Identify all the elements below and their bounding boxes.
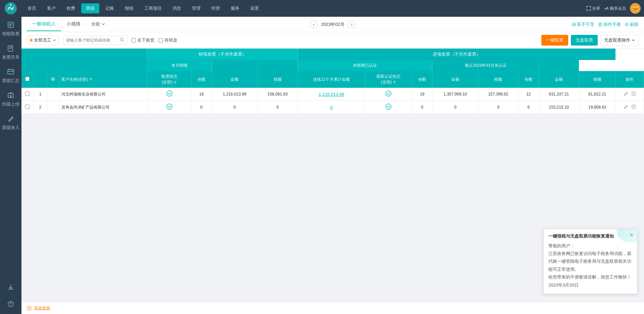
customer-filter-icon[interactable] bbox=[89, 78, 93, 81]
svg-point-16 bbox=[386, 104, 391, 109]
sidebar: 智能取票 发票开具 票据汇总 扫描上传 票据录入 bbox=[0, 0, 21, 314]
refresh-btn[interactable]: 刷新 bbox=[625, 21, 639, 27]
nav-billing[interactable]: 收费 bbox=[62, 3, 80, 13]
popup-close-btn[interactable]: ✕ bbox=[629, 232, 634, 238]
fetch-status-filter-icon[interactable] bbox=[173, 81, 177, 84]
nav-invoice[interactable]: 票据 bbox=[81, 3, 99, 13]
col-cert-tax: 税额 bbox=[478, 71, 518, 88]
row-12month[interactable]: 1,216,013.99 bbox=[298, 88, 365, 101]
nav-settings[interactable]: 设置 bbox=[246, 3, 264, 13]
row-checkbox[interactable] bbox=[25, 91, 30, 96]
nav-items: 首页 客户 收费 票据 记账 报税 工商项目 消息 管理 经营 服务 设置 bbox=[21, 3, 586, 13]
nav-message[interactable]: 消息 bbox=[168, 3, 186, 13]
user-avatar[interactable]: 🐱 bbox=[630, 3, 641, 14]
sidebar-download-btn[interactable] bbox=[4, 280, 17, 294]
settings-icon[interactable] bbox=[51, 77, 55, 81]
row-fetch-status bbox=[147, 101, 191, 114]
new-guide-btn[interactable]: 新手引导 bbox=[572, 21, 594, 27]
footer-bar: 税务政策 bbox=[21, 302, 644, 314]
nav-tax[interactable]: 报税 bbox=[120, 3, 138, 13]
manual-btn[interactable]: 操作手册 bbox=[598, 21, 621, 27]
col-cert-status: 获取认证状态(全部) bbox=[365, 71, 412, 88]
sidebar-item-invoice-entry[interactable]: 票据录入 bbox=[0, 111, 21, 134]
cert-status-filter-icon[interactable] bbox=[393, 81, 396, 84]
svg-point-11 bbox=[52, 78, 54, 80]
nav-customer[interactable]: 客户 bbox=[42, 3, 60, 13]
nav-home[interactable]: 首页 bbox=[23, 3, 41, 13]
search-button[interactable] bbox=[120, 38, 124, 43]
tax-policy-link[interactable]: 税务政策 bbox=[34, 305, 50, 311]
row-edit-btn[interactable] bbox=[623, 91, 630, 97]
check-my-accounts[interactable]: 名下账套 bbox=[131, 37, 155, 43]
period-prev-btn[interactable]: ‹ bbox=[310, 20, 318, 28]
row-cert-amount: 0 bbox=[432, 101, 478, 114]
nav-accounting[interactable]: 记账 bbox=[101, 3, 119, 13]
fullscreen-btn[interactable]: 全屏 bbox=[586, 6, 600, 11]
nav-service[interactable]: 服务 bbox=[226, 3, 244, 13]
employee-dropdown-icon bbox=[53, 39, 56, 42]
col-fetch-status: 取票状态(全部) bbox=[147, 71, 191, 88]
col-settings bbox=[47, 71, 59, 88]
row-cert-tax: 157,399.62 bbox=[478, 88, 518, 101]
col-sale-amount: 金额 bbox=[212, 71, 257, 88]
row-seq: 2 bbox=[34, 101, 47, 114]
no-disk-ops-btn[interactable]: 无盘取票操作 bbox=[600, 35, 639, 46]
tab-all[interactable]: 全能 bbox=[86, 18, 111, 31]
invoice-summary-icon bbox=[6, 67, 15, 76]
nav-operation[interactable]: 经营 bbox=[207, 3, 225, 13]
notification-popup: ✕ 一键报税与无盘取票功能恢复通知 尊敬的用户： 江苏政务网已恢复访问电子税务局… bbox=[543, 229, 637, 294]
sidebar-help-btn[interactable] bbox=[4, 297, 17, 311]
sub-empty bbox=[21, 60, 147, 71]
nav-manage[interactable]: 管理 bbox=[187, 3, 205, 13]
row-cert-status bbox=[365, 101, 412, 114]
col-uncert-tax: 税额 bbox=[579, 71, 615, 88]
row-checkbox[interactable] bbox=[25, 105, 30, 109]
sidebar-item-invoice-open[interactable]: 发票开具 bbox=[0, 40, 21, 64]
row-cert-amount: 1,357,999.10 bbox=[432, 88, 478, 101]
search-input[interactable] bbox=[66, 38, 120, 43]
tab-general[interactable]: 一般纳税人 bbox=[27, 18, 61, 31]
sidebar-item-scan-upload[interactable]: 扫描上传 bbox=[0, 87, 21, 111]
tab-small[interactable]: 小规模 bbox=[61, 18, 86, 31]
row-view-btn[interactable] bbox=[631, 105, 636, 110]
row-check[interactable] bbox=[21, 101, 34, 114]
row-view-btn[interactable] bbox=[631, 91, 636, 97]
row-sale-tax: 0 bbox=[258, 101, 298, 114]
period-nav: ‹ 2023年02月 › bbox=[310, 20, 356, 28]
row-uncert-amount: 153,215.10 bbox=[539, 101, 579, 114]
check-has-tax-disk-input[interactable] bbox=[159, 38, 163, 43]
no-disk-fetch-btn[interactable]: 无盘取票 bbox=[571, 35, 598, 46]
row-check[interactable] bbox=[21, 88, 34, 101]
row-sale-amount: 0 bbox=[212, 101, 257, 114]
row-edit-btn[interactable] bbox=[623, 105, 630, 110]
select-all-checkbox[interactable] bbox=[25, 77, 30, 81]
row-cert-count: 0 bbox=[412, 101, 432, 114]
table-column-header: 客户名称(全部) 取票状态(全部) 份数 金额 税额 连续12个月累计金额 获取… bbox=[21, 71, 644, 88]
nav-business[interactable]: 工商项目 bbox=[140, 3, 166, 13]
main-table: 销项发票（不含作废票） 进项发票（不含作废票） 本月销项 本税期已认证 截止20… bbox=[21, 49, 644, 114]
group-empty bbox=[21, 49, 147, 60]
table-body: 1 河北柯瑞格实业有限公司 18 1,216,013.99 158,081.83… bbox=[21, 88, 644, 114]
check-my-accounts-input[interactable] bbox=[131, 38, 136, 43]
scan-upload-icon bbox=[6, 90, 15, 100]
popup-line-3: 2023年3月20日 bbox=[548, 281, 632, 289]
period-next-btn[interactable]: › bbox=[348, 20, 356, 28]
group-sales: 销项发票（不含作废票） bbox=[147, 49, 298, 60]
row-cert-status bbox=[365, 88, 412, 101]
sub-cert-status-head bbox=[258, 60, 298, 71]
col-customer: 客户名称(全部) bbox=[59, 71, 147, 88]
check-has-tax-disk[interactable]: 有税盘 bbox=[159, 37, 177, 43]
employee-select[interactable]: 全部员工 bbox=[27, 36, 59, 45]
member-btn[interactable]: 畅享会员 bbox=[604, 6, 626, 11]
row-12month[interactable]: 0 bbox=[298, 101, 365, 114]
sidebar-item-smart-fetch[interactable]: 智能取票 bbox=[0, 17, 21, 40]
col-uncert-count: 份数 bbox=[518, 71, 539, 88]
one-click-fetch-btn[interactable]: 一键取票 bbox=[541, 35, 568, 46]
svg-rect-4 bbox=[8, 70, 14, 74]
svg-point-13 bbox=[386, 91, 391, 96]
group-purchase: 进项发票（不含作废票） bbox=[298, 49, 616, 60]
sidebar-item-invoice-summary[interactable]: 票据汇总 bbox=[0, 64, 21, 87]
row-settings bbox=[47, 88, 59, 101]
top-nav: 首页 客户 收费 票据 记账 报税 工商项目 消息 管理 经营 服务 设置 全屏… bbox=[21, 0, 644, 17]
invoice-entry-icon bbox=[6, 114, 15, 123]
